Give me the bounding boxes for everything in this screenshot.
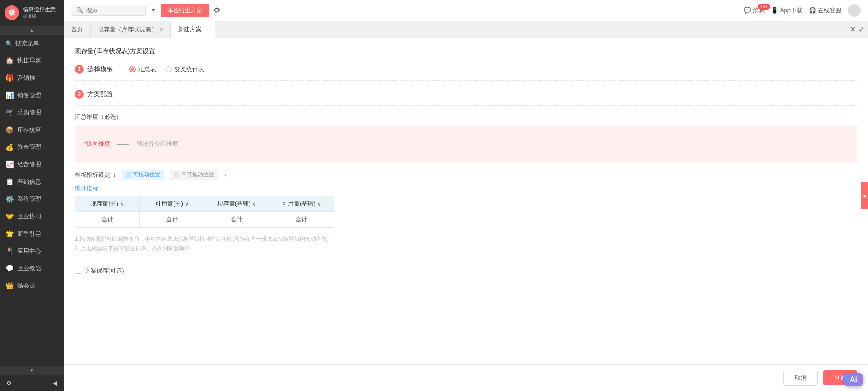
col-cell-3: 合计 <box>204 211 269 227</box>
indicator-label: 模板指标设定（ 可拖动位置 不可拖动位置 ） <box>75 170 857 180</box>
step1-badge: 1 <box>75 65 84 74</box>
movable-color-block <box>126 172 131 178</box>
sidebar-item-label: 经营管理 <box>17 160 41 169</box>
sidebar-item-basic-info[interactable]: 📋 基础信息 <box>0 173 64 190</box>
col-header-3[interactable]: 现存量(基辅) ∨ <box>204 196 269 211</box>
sidebar-logo: 畅 畅康通好生意 标准版 <box>0 0 64 26</box>
save-option-label: 方案保存(可选) <box>85 267 124 275</box>
col3-chevron: ∨ <box>252 201 256 207</box>
scroll-down-arrow[interactable]: ▼ <box>0 366 64 375</box>
tip-1: 1.拖动标题栏可以调整布局，不可跨维度或指标区域拖动栏目字段(只能在同一维度或指… <box>75 235 857 243</box>
col2-chevron: ∨ <box>185 201 189 207</box>
sidebar-item-label: 企业微信 <box>17 264 41 273</box>
cart-icon: 🛒 <box>5 108 14 117</box>
radio-cross-label: 交叉统计表 <box>174 65 204 73</box>
indicator-settings-prefix: 模板指标设定（ <box>75 171 116 179</box>
sidebar-item-vip[interactable]: 👑 畅会员 <box>0 277 64 294</box>
settings-icon[interactable]: ⚙ <box>6 380 12 386</box>
col-header-1[interactable]: 现存量(主) ∨ <box>75 196 140 211</box>
sidebar-item-sales[interactable]: 📊 销售管理 <box>0 87 64 104</box>
online-service-button[interactable]: 🎧 在线客服 <box>809 6 842 15</box>
tip-2: 2. 点击标题栏下拉可设置排序、插入列和删除列 <box>75 245 857 252</box>
tab-home[interactable]: 首页 <box>64 21 91 38</box>
message-icon: 💬 <box>744 7 751 14</box>
radio-summary-circle <box>129 66 136 72</box>
movable-badge: 可拖动位置 <box>122 170 164 180</box>
step1-section: 1 选择模板 汇总表 交叉统计表 <box>75 65 857 81</box>
radio-summary[interactable]: 汇总表 <box>129 65 156 73</box>
sidebar-item-app-center[interactable]: 📱 应用中心 <box>0 242 64 260</box>
movable-label: 可拖动位置 <box>133 171 160 179</box>
step2-divider <box>75 105 857 106</box>
gift-icon: 🎁 <box>5 74 14 82</box>
sidebar-item-operations[interactable]: 📈 经营管理 <box>0 156 64 173</box>
box-icon: 📦 <box>5 126 14 134</box>
chat-icon: 💬 <box>5 264 14 273</box>
sidebar-item-label: 库存核算 <box>17 126 41 134</box>
handshake-icon: 🤝 <box>5 212 14 221</box>
unmovable-badge: 不可拖动位置 <box>170 170 218 180</box>
page-title: 现存量(库存状况表)方案设置 <box>75 47 857 56</box>
sidebar-item-label: 系统管理 <box>17 195 41 203</box>
step1-title: 选择模板 <box>87 65 113 73</box>
user-avatar[interactable] <box>848 4 861 17</box>
content-area: 现存量(库存状况表)方案设置 1 选择模板 汇总表 交叉统计表 <box>64 38 868 364</box>
sidebar-item-purchase[interactable]: 🛒 采购管理 <box>0 104 64 121</box>
header-search-bar[interactable]: 🔍 <box>71 5 146 16</box>
sidebar-item-label: 基础信息 <box>17 178 41 186</box>
step2-header: 2 方案配置 <box>75 90 857 99</box>
col-cell-4: 合计 <box>269 211 334 227</box>
money-icon: 💰 <box>5 143 14 151</box>
tab-close-inventory[interactable]: × <box>160 26 163 33</box>
right-panel-toggle[interactable]: ◀ <box>861 182 868 209</box>
tabs-right-controls: ✕ ⤢ <box>850 25 868 34</box>
sidebar-search[interactable]: 🔍 搜索菜单 <box>0 35 64 52</box>
header-search-input[interactable] <box>86 7 141 14</box>
collapse-icon[interactable]: ◀ <box>53 380 57 386</box>
sidebar-item-marketing[interactable]: 🎁 营销推广 <box>0 69 64 87</box>
step1-divider <box>75 80 857 81</box>
dimension-area[interactable]: *纵向维度 —— 请选择分组维度 <box>75 126 857 162</box>
tab-expand-icon[interactable]: ⤢ <box>858 25 864 34</box>
sidebar-item-label: 营销推广 <box>17 74 41 82</box>
col-header-2[interactable]: 可用量(主) ∨ <box>140 196 204 211</box>
radio-cross[interactable]: 交叉统计表 <box>165 65 204 73</box>
sidebar-item-wechat[interactable]: 💬 企业微信 <box>0 260 64 277</box>
sidebar-item-system[interactable]: ⚙️ 系统管理 <box>0 190 64 208</box>
tab-new-plan[interactable]: 新建方案 × <box>171 21 215 38</box>
tab-close-new-plan[interactable]: × <box>204 26 208 33</box>
new-plan-tab-label: 新建方案 <box>178 26 202 34</box>
step2-badge: 2 <box>75 90 84 99</box>
ai-float-button[interactable]: Ai <box>843 373 863 386</box>
header-right: 💬 消息 99+ 📱 App下载 🎧 在线客服 <box>744 4 861 17</box>
sidebar-item-finance[interactable]: 💰 资金管理 <box>0 139 64 156</box>
tab-close-window-icon[interactable]: ✕ <box>850 25 856 34</box>
ai-label: Ai <box>850 376 857 383</box>
col-header-4[interactable]: 可用量(基辅) ∨ <box>269 196 334 211</box>
header-dropdown-icon[interactable]: ▼ <box>150 7 156 14</box>
sidebar-item-inventory[interactable]: 📦 库存核算 <box>0 121 64 139</box>
step1-header: 1 选择模板 汇总表 交叉统计表 <box>75 65 857 74</box>
clipboard-icon: 📋 <box>5 178 14 186</box>
sidebar-item-label: 资金管理 <box>17 143 41 151</box>
sidebar: 畅 畅康通好生意 标准版 ▲ 🔍 搜索菜单 🏠 快捷导航 🎁 营销推广 📊 销售… <box>0 0 64 391</box>
inventory-tab-label: 现存量（库存状况表） <box>98 26 157 34</box>
online-service-label: 在线客服 <box>818 6 842 15</box>
message-button[interactable]: 💬 消息 99+ <box>744 6 765 15</box>
save-checkbox[interactable] <box>75 268 81 274</box>
stats-table: 现存量(主) ∨ 可用量(主) ∨ 现存量(基辅) ∨ 可用量(基辅) <box>75 196 334 228</box>
tab-inventory-status[interactable]: 现存量（库存状况表） × <box>91 21 171 38</box>
app-download-button[interactable]: 📱 App下载 <box>771 6 802 15</box>
trend-icon: 📈 <box>5 160 14 169</box>
sidebar-item-quick-nav[interactable]: 🏠 快捷导航 <box>0 52 64 69</box>
indicator-closing: ） <box>224 171 230 179</box>
header-settings-icon[interactable]: ⚙ <box>214 6 220 15</box>
summary-dimension-label: 汇总维度（必选） <box>75 113 857 121</box>
sidebar-item-cooperation[interactable]: 🤝 企业协同 <box>0 208 64 225</box>
trial-button[interactable]: 体验行业方案 <box>161 4 209 17</box>
sidebar-item-label: 应用中心 <box>17 247 41 255</box>
sidebar-item-new-guide[interactable]: 🌟 新手引导 <box>0 225 64 242</box>
scroll-up-arrow[interactable]: ▲ <box>0 26 64 35</box>
sidebar-search-label: 搜索菜单 <box>15 39 39 47</box>
cancel-button[interactable]: 取消 <box>783 370 818 386</box>
